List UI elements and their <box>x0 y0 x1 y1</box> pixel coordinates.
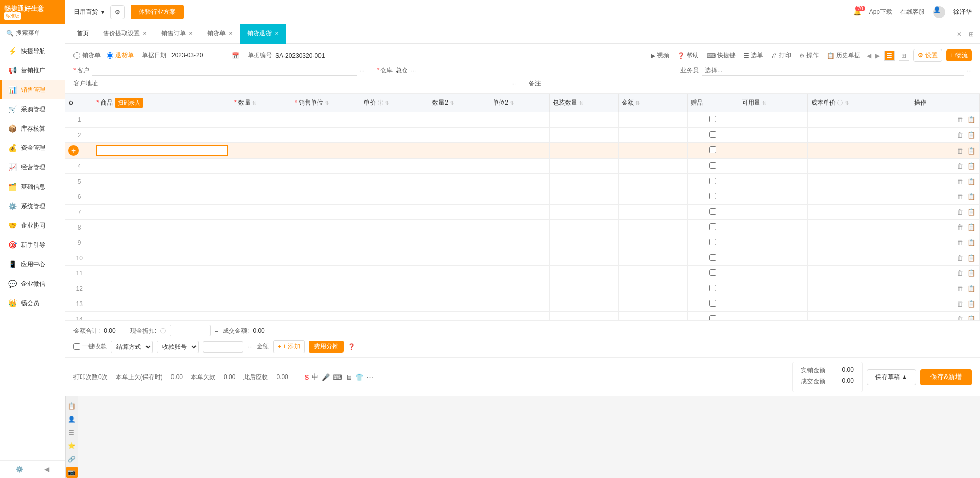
sidebar-item-enterprise[interactable]: 🤝 企业协同 <box>0 216 65 235</box>
add-row-button[interactable]: + <box>68 145 79 156</box>
gift-checkbox[interactable] <box>709 162 716 169</box>
delete-row-button[interactable]: 🗑 <box>955 299 964 309</box>
tab-close-all-icon[interactable]: ✕ <box>953 31 965 38</box>
account-number-input[interactable] <box>203 341 243 353</box>
gift-checkbox[interactable] <box>709 193 716 199</box>
right-panel-list-icon[interactable]: ☰ <box>66 427 78 438</box>
unit-price-cell[interactable] <box>360 205 429 220</box>
sidebar-item-inventory[interactable]: 📦 库存核算 <box>0 119 65 138</box>
copy-row-button[interactable]: 📋 <box>966 314 976 320</box>
gift-checkbox[interactable] <box>709 116 716 122</box>
available-cell[interactable] <box>739 312 808 321</box>
online-service-link[interactable]: 在线客服 <box>900 8 925 16</box>
calendar-icon[interactable]: 📅 <box>232 52 239 59</box>
sales-unit-cell[interactable] <box>291 143 360 159</box>
unit2-cell[interactable] <box>489 250 550 266</box>
quantity2-cell[interactable] <box>429 112 489 128</box>
unit-price-info-icon[interactable]: ⓘ <box>378 99 383 106</box>
product-cell[interactable] <box>93 220 231 235</box>
unit-price-cell[interactable] <box>360 296 429 312</box>
quantity2-cell[interactable] <box>429 189 489 205</box>
radio-return[interactable]: 退货单 <box>107 51 134 60</box>
product-cell[interactable] <box>93 128 231 143</box>
unit-price-sort-icon[interactable]: ⇅ <box>385 100 389 106</box>
gift-checkbox[interactable] <box>709 315 716 321</box>
pack-quantity-cell[interactable] <box>550 220 619 235</box>
copy-row-button[interactable]: 📋 <box>966 268 976 278</box>
amount-cell[interactable] <box>619 250 688 266</box>
unit2-cell[interactable] <box>489 189 550 205</box>
gift-checkbox[interactable] <box>709 285 716 291</box>
pack-quantity-cell[interactable] <box>550 235 619 250</box>
quantity2-cell[interactable] <box>429 312 489 321</box>
tab-sales-return-close[interactable]: ✕ <box>275 31 279 36</box>
amount-cell[interactable] <box>619 312 688 321</box>
unit2-cell[interactable] <box>489 112 550 128</box>
notification-button[interactable]: 🔔 70 <box>853 9 861 16</box>
pack-quantity-sort-icon[interactable]: ⇅ <box>579 100 583 106</box>
warehouse-dots[interactable]: ··· <box>411 67 416 74</box>
sidebar-settings-icon[interactable]: ⚙️ <box>16 466 23 473</box>
app-download-link[interactable]: App下载 <box>869 8 892 16</box>
quantity-cell[interactable] <box>231 174 291 189</box>
sales-unit-cell[interactable] <box>291 296 360 312</box>
cost-price-cell[interactable] <box>807 235 911 250</box>
daily-goods-selector[interactable]: 日用百货 ▾ <box>74 8 104 16</box>
copy-row-button[interactable]: 📋 <box>966 192 976 202</box>
pack-quantity-cell[interactable] <box>550 128 619 143</box>
unit2-cell[interactable] <box>489 159 550 174</box>
radio-delivery-input[interactable] <box>74 52 80 59</box>
scan-input-button[interactable]: 扫码录入 <box>115 98 143 108</box>
gift-cell[interactable] <box>687 174 739 189</box>
quantity-cell[interactable] <box>231 159 291 174</box>
tab-sales-order[interactable]: 销售订单 ✕ <box>154 24 200 44</box>
quantity-cell[interactable] <box>231 281 291 296</box>
address-dots[interactable]: ··· <box>511 80 517 87</box>
quantity2-cell[interactable] <box>429 128 489 143</box>
quantity2-cell[interactable] <box>429 220 489 235</box>
quantity2-cell[interactable] <box>429 281 489 296</box>
available-cell[interactable] <box>739 266 808 281</box>
unit2-cell[interactable] <box>489 235 550 250</box>
gift-cell[interactable] <box>687 266 739 281</box>
unit2-sort-icon[interactable]: ⇅ <box>510 100 514 106</box>
sidebar-item-system[interactable]: ⚙️ 系统管理 <box>0 196 65 216</box>
available-cell[interactable] <box>739 143 808 159</box>
unit-price-cell[interactable] <box>360 281 429 296</box>
quantity2-cell[interactable] <box>429 159 489 174</box>
product-cell[interactable] <box>93 266 231 281</box>
sidebar-item-purchase[interactable]: 🛒 采购管理 <box>0 99 65 119</box>
nav-next-icon[interactable]: ▶ <box>875 52 880 59</box>
sidebar-item-sales[interactable]: 📊 销售管理 <box>0 80 65 99</box>
settings-button[interactable]: ⚙ 设置 <box>913 49 942 62</box>
table-settings-icon[interactable]: ⚙ <box>68 99 74 107</box>
quantity-cell[interactable] <box>231 266 291 281</box>
delete-row-button[interactable]: 🗑 <box>955 268 964 278</box>
save-draft-button[interactable]: 保存草稿 ▲ <box>867 369 917 385</box>
amount-cell[interactable] <box>619 205 688 220</box>
gift-checkbox[interactable] <box>709 239 716 245</box>
account-select[interactable]: 收款账号 <box>157 341 199 353</box>
sidebar-item-marketing[interactable]: 📢 营销推广 <box>0 61 65 80</box>
sidebar-item-member[interactable]: 👑 畅会员 <box>0 293 65 313</box>
pack-quantity-cell[interactable] <box>550 296 619 312</box>
delete-row-button[interactable]: 🗑 <box>955 207 964 217</box>
cost-price-cell[interactable] <box>807 281 911 296</box>
quantity-cell[interactable] <box>231 128 291 143</box>
quantity-cell[interactable] <box>231 143 291 159</box>
sidebar-item-newbie[interactable]: 🎯 新手引导 <box>0 235 65 255</box>
pack-quantity-cell[interactable] <box>550 312 619 321</box>
quantity-cell[interactable] <box>231 296 291 312</box>
gift-cell[interactable] <box>687 112 739 128</box>
delete-row-button[interactable]: 🗑 <box>955 146 964 156</box>
amount-cell[interactable] <box>619 281 688 296</box>
unit2-cell[interactable] <box>489 174 550 189</box>
cost-price-cell[interactable] <box>807 143 911 159</box>
cost-price-cell[interactable] <box>807 250 911 266</box>
available-cell[interactable] <box>739 296 808 312</box>
staff-dots[interactable]: ··· <box>967 67 972 74</box>
unit-price-cell[interactable] <box>360 235 429 250</box>
cost-price-cell[interactable] <box>807 205 911 220</box>
amount-sort-icon[interactable]: ⇅ <box>635 100 640 106</box>
payment-checkbox[interactable] <box>74 343 80 350</box>
